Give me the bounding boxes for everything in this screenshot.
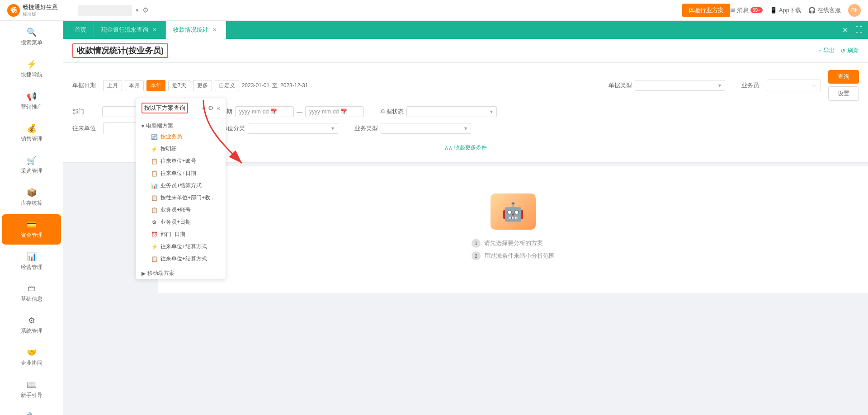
sidebar-item-collab[interactable]: 🤝 企业协同 [2,342,61,373]
scheme-add-btn[interactable]: + [202,104,205,112]
tab-bar: 首页 现金银行流水查询 ✕ 收款情况统计 ✕ ✕ ⛶ [63,21,868,39]
scheme-item-icon-9: ⚡ [151,243,158,250]
salesman-label: 业务员 [741,81,764,90]
scheme-item-salesman[interactable]: 🔄 按业务员 [142,131,220,143]
settings-icon[interactable]: ⚙ [142,6,149,14]
date-this-month[interactable]: 本月 [125,80,144,91]
sidebar-item-nav[interactable]: ⚡ 快捷导航 [2,54,61,84]
scheme-item-salesman-date[interactable]: ⚙ 业务员+日期 [142,216,220,228]
scheme-category-mobile: ▶ 移动端方案 [136,266,226,279]
date-last-month[interactable]: 上月 [103,80,122,91]
tab-home-label: 首页 [75,26,86,34]
refresh-btn[interactable]: ↺ 刷新 [840,47,859,55]
scheme-item-icon-1: ⚡ [151,146,158,153]
filter-row-1: 单据日期 上月 本月 本年 近7天 更多 自定义 2023-01-01 至 20… [72,70,859,101]
sidebar-item-sales[interactable]: 💰 销售管理 [2,118,61,148]
sidebar-item-finance[interactable]: 💳 资金管理 [2,214,61,245]
scheme-item-partner-dept[interactable]: 📋 按往来单位+部门+收... [142,192,220,204]
content-area: 首页 现金银行流水查询 ✕ 收款情况统计 ✕ ✕ ⛶ 收款情况统计(按业务员) [63,21,868,415]
scheme-item-partner-date[interactable]: 📋 往来单位+日期 [142,167,220,179]
scheme-item-icon-3: 📋 [151,170,158,177]
scheme-item-icon-2: 📋 [151,158,158,165]
dropdown-icon[interactable]: ▾ [136,7,139,14]
scheme-item-detail[interactable]: ⚡ 按明细 [142,143,220,155]
scheme-item-dept-date[interactable]: ⏰ 部门+日期 [142,228,220,241]
salesman-select[interactable]: ··· [767,80,821,91]
trial-button[interactable]: 体验行业方案 [682,4,730,17]
sidebar-item-search[interactable]: 🔍 搜索菜单 [2,22,61,52]
window-expand-btn[interactable]: ⛶ [854,24,864,36]
sidebar-label-system: 系统管理 [21,327,42,335]
hint-num-1: 1 [472,239,481,248]
scheme-item-salesman-payment[interactable]: 📊 业务员+结算方式 [142,179,220,192]
query-button[interactable]: 查询 [828,70,859,84]
salesman-more-icon[interactable]: ··· [811,82,817,89]
scheme-item-label-8: 部门+日期 [160,231,185,238]
nav-icon: ⚡ [27,59,37,69]
date-7days[interactable]: 近7天 [168,80,190,91]
date-range-start: 2023-01-01 [242,82,269,89]
scheme-item-label-3: 往来单位+日期 [160,170,196,177]
data-area: 1 请先选择要分析的方案 2 用过滤条件来缩小分析范围 [158,166,868,293]
sidebar-item-basic[interactable]: 🗃 基础信息 [2,278,61,308]
scheme-item-icon-4: 📊 [151,182,158,189]
scheme-pc-toggle[interactable]: ▾ 电脑端方案 [142,121,220,131]
search-placeholder[interactable] [78,5,132,16]
review-date-start[interactable]: yyyy-mm-dd 📅 [235,106,294,117]
online-service-item[interactable]: 🎧 在线客服 [808,6,841,14]
scheme-settings-btn[interactable]: ⚙ [208,104,214,112]
sidebar-item-system[interactable]: ⚙ 系统管理 [2,310,61,340]
tab-collection-close[interactable]: ✕ [211,26,218,33]
date-custom[interactable]: 自定义 [215,80,239,91]
scheme-item-partner-account[interactable]: 📋 往来单位+账号 [142,155,220,167]
scheme-item-label-4: 业务员+结算方式 [160,182,202,189]
sidebar-item-operation[interactable]: 📊 经营管理 [2,246,61,277]
sidebar-label-sales: 销售管理 [21,135,42,143]
scheme-item-icon-7: ⚙ [151,219,158,226]
doctype-chevron: ▾ [718,82,721,89]
export-btn[interactable]: ↑ 导出 [819,47,835,55]
biz-type-select[interactable]: ▾ [381,123,471,134]
message-item[interactable]: ✉ 消息 99+ [730,6,763,14]
dept-label: 部门 [72,108,95,116]
partner-category-select[interactable]: ▾ [248,123,338,134]
window-close-btn[interactable]: ✕ [840,24,850,36]
tab-bar-right: ✕ ⛶ [840,24,864,36]
search-icon: 🔍 [27,27,37,37]
collapse-label: 收起更多条件 [454,144,487,151]
doctype-select[interactable]: ▾ [635,80,725,91]
scheme-mobile-toggle[interactable]: ▶ 移动端方案 [142,269,220,278]
sidebar-item-purchase[interactable]: 🛒 采购管理 [2,150,61,180]
tab-bank-close[interactable]: ✕ [151,26,158,33]
filter-actions: 查询 设置 [828,70,859,101]
sidebar-label-nav: 快捷导航 [21,71,42,79]
tab-home[interactable]: 首页 [67,21,94,39]
settings-button[interactable]: 设置 [828,86,859,101]
sidebar-label-search: 搜索菜单 [21,39,42,47]
tab-collection[interactable]: 收款情况统计 ✕ [166,21,226,39]
date-this-year[interactable]: 本年 [146,80,165,91]
date-more[interactable]: 更多 [193,80,212,91]
hint-num-2: 2 [472,251,481,260]
scheme-item-label-2: 往来单位+账号 [160,157,196,165]
scheme-item-partner-payment2[interactable]: 📋 往来单位+结算方式 [142,253,220,265]
sidebar-item-hardware[interactable]: 🔧 智能硬件 [2,406,61,415]
review-date-end[interactable]: yyyy-mm-dd 📅 [305,106,364,117]
sidebar-item-inventory[interactable]: 📦 库存核算 [2,182,61,212]
app-download-item[interactable]: 📱 App下载 [770,6,801,14]
scheme-item-salesman-account[interactable]: 📋 业务员+账号 [142,204,220,216]
doc-status-select[interactable]: ▾ [406,106,497,117]
tab-bank[interactable]: 现金银行流水查询 ✕ [94,21,166,39]
scheme-item-label-1: 按明细 [160,145,177,153]
page-title: 收款情况统计(按业务员) [72,43,168,58]
page-content: 收款情况统计(按业务员) ↑ 导出 ↺ 刷新 单据日期 [63,39,868,415]
collapse-icon: ∧∧ [444,145,453,151]
user-avatar[interactable]: Rit [848,4,861,17]
scheme-collapse-btn[interactable]: « [217,104,220,112]
doctype-label: 单据类型 [609,81,632,90]
finance-icon: 💳 [27,220,37,230]
sidebar-item-guide[interactable]: 📖 新手引导 [2,374,61,405]
sidebar-item-marketing[interactable]: 📢 营销推广 [2,86,61,116]
scheme-item-partner-payment1[interactable]: ⚡ 往来单位+结算方式 [142,241,220,253]
mobile-toggle-icon: ▶ [142,270,146,277]
